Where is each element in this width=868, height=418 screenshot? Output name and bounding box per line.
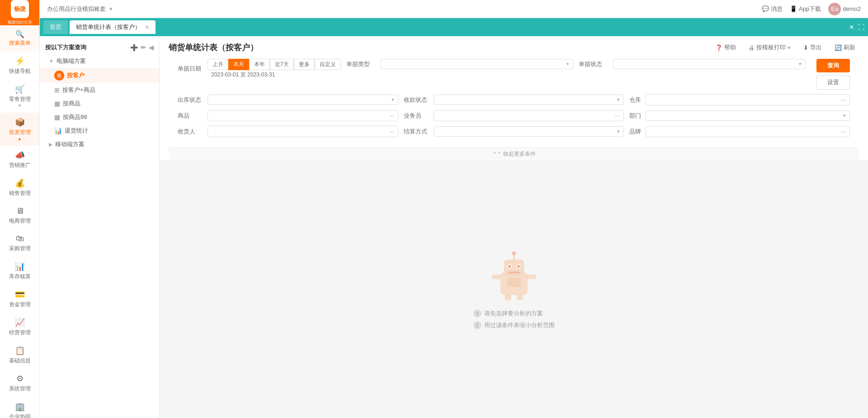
tree-by-customer[interactable]: 客 按客户 — [40, 68, 159, 83]
active-scheme-icon: 客 — [54, 71, 64, 81]
maximize-window-icon[interactable]: ⛶ — [858, 24, 864, 31]
tree-mobile[interactable]: ▶ 移动端方案 — [40, 138, 159, 151]
tree-desktop[interactable]: ▼ 电脑端方案 — [40, 54, 159, 68]
search-menu-item[interactable]: 🔍 搜索菜单 — [0, 25, 40, 52]
template-print-btn[interactable]: 🖨 按模板打印 ▾ — [745, 42, 794, 53]
payment-arrow: ▾ — [617, 128, 620, 134]
receiver-input[interactable]: ··· — [208, 126, 398, 137]
sidebar-item-marketing[interactable]: 📣 营销推广 — [0, 146, 40, 174]
last-7-days-btn[interactable]: 近7天 — [270, 59, 294, 70]
custom-btn[interactable]: 自定义 — [315, 59, 341, 70]
main-area: 办公用品行业模拟账套 ▾ 💬 消息 📱 App下载 Ea demo2 首页 — [40, 0, 868, 418]
left-panel-title: 按以下方案查询 ➕ ✏ ◀ — [40, 41, 159, 54]
tab-sales-stat[interactable]: 销货单统计表（按客户） ✕ — [70, 20, 156, 34]
export-btn[interactable]: ⬇ 导出 — [800, 42, 826, 53]
action-buttons: 查询 设置 — [816, 59, 850, 90]
brand-input[interactable]: ··· — [646, 126, 850, 137]
svg-point-5 — [517, 265, 520, 268]
last-month-btn[interactable]: 上月 — [208, 59, 228, 70]
date-range-display: 2023-03-01 至 2023-03-31 — [211, 71, 341, 79]
user-profile[interactable]: Ea demo2 — [828, 3, 861, 15]
tree-by-goods-99[interactable]: ▦ 按商品99 — [40, 110, 159, 124]
svg-rect-13 — [507, 278, 521, 287]
sidebar-item-sales[interactable]: 💰 销售管理 — [0, 174, 40, 202]
department-label: 部门 — [629, 112, 643, 120]
add-scheme-btn[interactable]: ➕ — [130, 44, 138, 51]
more-btn[interactable]: 更多 — [294, 59, 315, 70]
warehouse-input[interactable]: ··· — [646, 94, 850, 105]
svg-rect-6 — [509, 271, 519, 273]
refresh-btn[interactable]: 🔄 刷新 — [831, 42, 859, 53]
salesperson-input[interactable]: ··· — [434, 110, 624, 121]
svg-rect-9 — [491, 275, 501, 279]
order-type-label: 单据类型 — [346, 60, 378, 68]
sidebar-item-operations[interactable]: 📈 经营管理 — [0, 313, 40, 341]
tab-home[interactable]: 首页 — [43, 20, 68, 34]
dropdown-arrow[interactable]: ▾ — [109, 5, 113, 12]
expand-arrow-mobile: ▶ — [49, 142, 52, 147]
app-logo: 畅捷 畅捷信好生意 — [0, 0, 40, 25]
sidebar-item-enterprise[interactable]: 🏢 企业协同 — [0, 397, 40, 418]
sidebar-item-system[interactable]: ⚙ 系统管理 — [0, 369, 40, 397]
receipt-status-select[interactable]: ▾ — [434, 95, 624, 105]
tab-close-icon[interactable]: ✕ — [145, 24, 149, 30]
empty-hints: 1 请先选择要分析的方案 2 用过滤条件来缩小分析范围 — [473, 309, 555, 329]
search-icon: 🔍 — [15, 30, 24, 38]
close-window-icon[interactable]: ✕ — [849, 24, 854, 31]
sidebar-item-basic[interactable]: 📋 基础信息 — [0, 341, 40, 369]
salesperson-label: 业务员 — [404, 112, 431, 120]
industry-label: 办公用品行业模拟账套 — [47, 5, 106, 13]
sidebar-item-shortcut[interactable]: ⚡ 快捷导航 — [0, 52, 40, 80]
logo-subtitle: 畅捷信好生意 — [8, 19, 32, 25]
payment-method-select[interactable]: ▾ — [434, 126, 624, 137]
message-icon: 💬 — [762, 5, 769, 12]
sidebar-item-ecommerce[interactable]: 🖥 电商管理 — [0, 202, 40, 229]
sidebar-item-wholesale[interactable]: 📦 批发管理 ▲ — [0, 113, 40, 146]
this-month-btn[interactable]: 本月 — [228, 59, 249, 70]
tree-by-customer-goods[interactable]: ⊞ 按客户+商品 — [40, 83, 159, 97]
receipt-status-arrow: ▾ — [617, 97, 620, 103]
hint-2: 2 用过滤条件来缩小分析范围 — [473, 321, 555, 329]
empty-state: 1 请先选择要分析的方案 2 用过滤条件来缩小分析范围 — [160, 161, 868, 418]
sidebar-item-finance[interactable]: 💳 资金管理 — [0, 285, 40, 313]
sidebar-item-inventory[interactable]: 📊 库存核算 — [0, 257, 40, 285]
purchase-icon: 🛍 — [16, 234, 24, 243]
wholesale-icon: 📦 — [15, 117, 25, 127]
hint-1: 1 请先选择要分析的方案 — [473, 309, 555, 318]
department-select[interactable]: ▾ — [646, 110, 850, 121]
help-icon: ❓ — [715, 44, 722, 51]
tree-return-stat[interactable]: 📊 退货统计 — [40, 124, 159, 138]
svg-point-8 — [512, 252, 516, 255]
collapse-filters-btn[interactable]: ⌃⌃ 收起更多条件 — [169, 147, 859, 161]
order-type-arrow: ▾ — [566, 61, 569, 67]
payment-method-label: 结算方式 — [404, 128, 431, 136]
shortcut-icon: ⚡ — [15, 56, 25, 66]
goods-label: 商品 — [178, 112, 205, 120]
collapse-panel-btn[interactable]: ◀ — [149, 44, 154, 51]
print-icon: 🖨 — [749, 44, 755, 51]
sidebar-item-purchase[interactable]: 🛍 采购管理 — [0, 229, 40, 257]
refresh-icon: 🔄 — [835, 44, 842, 51]
page-title: 销货单统计表（按客户） — [169, 42, 258, 53]
goods-input[interactable]: ··· — [208, 110, 398, 121]
this-year-btn[interactable]: 本年 — [249, 59, 270, 70]
sidebar-item-retail[interactable]: 🛒 零售管理 ▼ — [0, 80, 40, 113]
app-download-btn[interactable]: 📱 App下载 — [790, 5, 821, 13]
message-btn[interactable]: 💬 消息 — [762, 5, 783, 13]
settings-button[interactable]: 设置 — [816, 75, 850, 90]
help-btn[interactable]: ❓ 帮助 — [712, 42, 740, 53]
out-status-arrow: ▾ — [392, 97, 394, 103]
order-status-select[interactable]: ▾ — [613, 59, 806, 69]
edit-scheme-btn[interactable]: ✏ — [141, 44, 146, 51]
tree-by-goods[interactable]: ▦ 按商品 — [40, 97, 159, 110]
export-icon: ⬇ — [803, 44, 808, 51]
query-button[interactable]: 查询 — [816, 59, 850, 72]
out-status-select[interactable]: ▾ — [208, 95, 398, 105]
order-type-select[interactable]: ▾ — [381, 59, 573, 69]
salesperson-dots-icon: ··· — [615, 112, 620, 119]
order-status-arrow: ▾ — [799, 61, 802, 67]
system-icon: ⚙ — [16, 374, 24, 384]
page-actions: ❓ 帮助 🖨 按模板打印 ▾ ⬇ 导出 🔄 — [712, 42, 859, 53]
hint-num-2: 2 — [473, 321, 481, 329]
print-arrow-icon: ▾ — [788, 44, 791, 51]
